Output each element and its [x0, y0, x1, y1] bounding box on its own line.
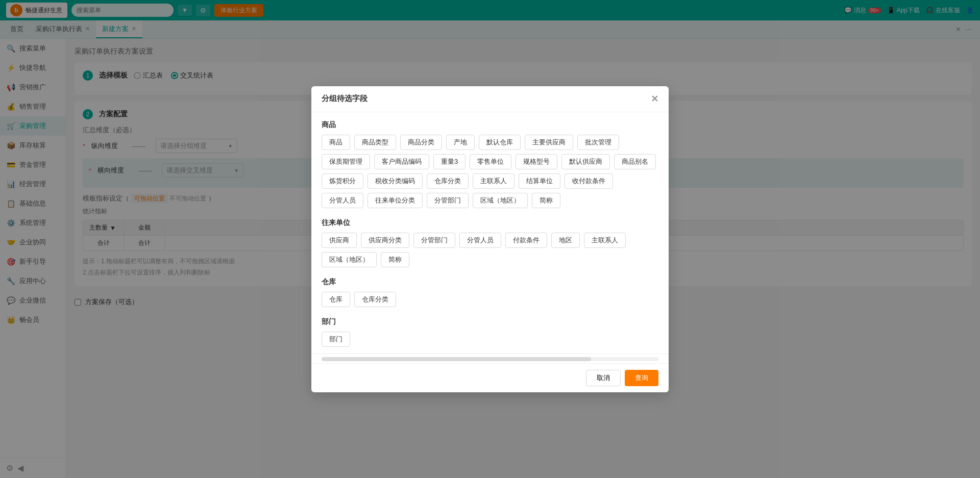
section-warehouse: 仓库 仓库 仓库分类 — [322, 278, 658, 307]
field-supplier-category[interactable]: 供应商分类 — [361, 233, 409, 248]
field-partner-person[interactable]: 分管人员 — [459, 233, 501, 248]
field-partner-category[interactable]: 往来单位分类 — [368, 193, 423, 208]
warehouse-field-list: 仓库 仓库分类 — [322, 292, 658, 307]
field-tax-code[interactable]: 税收分类编码 — [368, 173, 423, 189]
section-product: 商品 商品 商品类型 商品分类 产地 默认仓库 主要供应商 批次管理 保质期管理… — [322, 120, 658, 208]
modal-confirm-button[interactable]: 查询 — [625, 370, 658, 386]
field-points[interactable]: 炼货积分 — [322, 173, 363, 189]
partner-field-list: 供应商 供应商分类 分管部门 分管人员 付款条件 地区 主联系人 区域（地区） … — [322, 233, 658, 267]
field-partner-dept[interactable]: 分管部门 — [413, 233, 455, 248]
field-retail-unit[interactable]: 零售单位 — [470, 154, 511, 169]
modal-overlay: 分组待选字段 ✕ 商品 商品 商品类型 商品分类 产地 默认仓库 主要供应商 批… — [0, 0, 980, 478]
field-partner-abbr[interactable]: 简称 — [381, 252, 409, 267]
horizontal-scroll-area — [311, 354, 669, 363]
field-dept[interactable]: 分管部门 — [427, 193, 469, 208]
field-region[interactable]: 区域（地区） — [473, 193, 528, 208]
field-warehouse-cat[interactable]: 仓库分类 — [354, 292, 396, 307]
section-partner: 往来单位 供应商 供应商分类 分管部门 分管人员 付款条件 地区 主联系人 区域… — [322, 218, 658, 267]
field-customer-code[interactable]: 客户商品编码 — [374, 154, 429, 169]
field-settlement-unit[interactable]: 结算单位 — [519, 173, 560, 189]
modal-body[interactable]: 商品 商品 商品类型 商品分类 产地 默认仓库 主要供应商 批次管理 保质期管理… — [311, 112, 669, 354]
field-responsible-person[interactable]: 分管人员 — [322, 193, 363, 208]
field-spec-model[interactable]: 规格型号 — [516, 154, 557, 169]
horizontal-scrollbar-thumb — [322, 357, 591, 361]
section-warehouse-title: 仓库 — [322, 278, 658, 287]
field-product-type[interactable]: 商品类型 — [354, 135, 396, 150]
field-partner-region[interactable]: 区域（地区） — [322, 252, 377, 267]
horizontal-scrollbar-track[interactable] — [322, 357, 658, 361]
modal-cancel-button[interactable]: 取消 — [586, 370, 621, 386]
field-main-contact[interactable]: 主联系人 — [473, 173, 514, 189]
field-quality-period[interactable]: 保质期管理 — [322, 154, 370, 169]
field-default-warehouse[interactable]: 默认仓库 — [479, 135, 521, 150]
modal-header: 分组待选字段 ✕ — [311, 86, 669, 112]
field-area[interactable]: 地区 — [551, 233, 580, 248]
modal-title: 分组待选字段 — [322, 94, 368, 104]
section-product-title: 商品 — [322, 120, 658, 130]
section-partner-title: 往来单位 — [322, 218, 658, 228]
product-field-list: 商品 商品类型 商品分类 产地 默认仓库 主要供应商 批次管理 保质期管理 客户… — [322, 135, 658, 208]
field-product-alias[interactable]: 商品别名 — [614, 154, 656, 169]
field-payment-terms[interactable]: 收付款条件 — [565, 173, 613, 189]
modal-footer: 取消 查询 — [311, 363, 669, 392]
field-supplier[interactable]: 供应商 — [322, 233, 357, 248]
field-origin[interactable]: 产地 — [446, 135, 475, 150]
field-main-supplier[interactable]: 主要供应商 — [525, 135, 573, 150]
field-batch-mgmt[interactable]: 批次管理 — [577, 135, 619, 150]
field-warehouse-category[interactable]: 仓库分类 — [427, 173, 469, 189]
field-default-supplier[interactable]: 默认供应商 — [561, 154, 610, 169]
field-partner-contact[interactable]: 主联系人 — [584, 233, 626, 248]
modal-close-button[interactable]: ✕ — [651, 93, 658, 105]
field-weight[interactable]: 重量3 — [433, 154, 465, 169]
field-payment-condition[interactable]: 付款条件 — [505, 233, 547, 248]
modal: 分组待选字段 ✕ 商品 商品 商品类型 商品分类 产地 默认仓库 主要供应商 批… — [311, 86, 669, 392]
dept-field-list: 部门 — [322, 332, 658, 347]
field-product[interactable]: 商品 — [322, 135, 350, 150]
section-department: 部门 部门 — [322, 317, 658, 347]
field-warehouse[interactable]: 仓库 — [322, 292, 350, 307]
field-department[interactable]: 部门 — [322, 332, 350, 347]
field-abbr[interactable]: 简称 — [532, 193, 560, 208]
section-dept-title: 部门 — [322, 317, 658, 326]
field-product-category[interactable]: 商品分类 — [400, 135, 442, 150]
